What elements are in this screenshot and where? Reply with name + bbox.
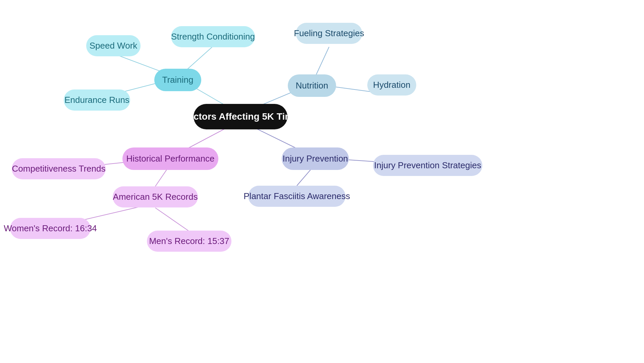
historical-performance-node[interactable]: Historical Performance <box>122 147 218 170</box>
training-node[interactable]: Training <box>154 69 201 91</box>
womens-record-node[interactable]: Women's Record: 16:34 <box>10 218 91 239</box>
injury-prevention-strategies-node[interactable]: Injury Prevention Strategies <box>373 155 482 176</box>
hydration-node[interactable]: Hydration <box>367 74 416 96</box>
competitiveness-trends-node[interactable]: Competitiveness Trends <box>12 158 106 179</box>
nutrition-node[interactable]: Nutrition <box>288 74 336 97</box>
mens-record-node[interactable]: Men's Record: 15:37 <box>147 231 231 252</box>
fueling-strategies-node[interactable]: Fueling Strategies <box>296 23 362 44</box>
center-node[interactable]: Factors Affecting 5K Time <box>194 104 287 129</box>
strength-conditioning-node[interactable]: Strength Conditioning <box>171 26 255 47</box>
speed-work-node[interactable]: Speed Work <box>86 35 141 56</box>
american-5k-records-node[interactable]: American 5K Records <box>113 186 198 207</box>
injury-prevention-node[interactable]: Injury Prevention <box>282 147 349 170</box>
svg-line-11 <box>155 208 189 231</box>
endurance-runs-node[interactable]: Endurance Runs <box>64 89 130 111</box>
plantar-fasciitis-node[interactable]: Plantar Fasciitis Awareness <box>248 186 345 207</box>
